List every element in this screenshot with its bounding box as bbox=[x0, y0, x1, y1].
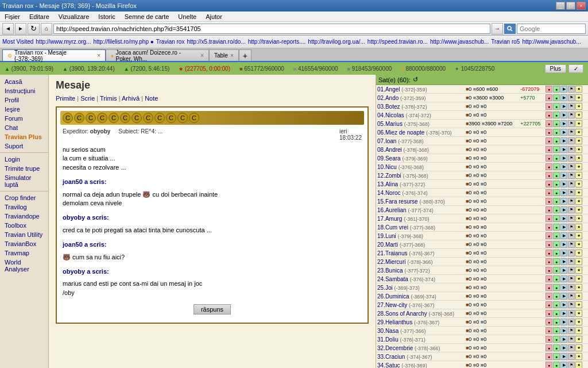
tab-close-0[interactable]: × bbox=[97, 52, 100, 59]
village-action-1[interactable]: ● bbox=[546, 241, 552, 248]
sidebar-suport[interactable]: Suport bbox=[0, 141, 48, 151]
bookmark-myrz[interactable]: http://www.myrz.org... bbox=[36, 39, 91, 45]
village-action-5[interactable]: ★ bbox=[575, 258, 582, 265]
village-action-5[interactable]: ★ bbox=[575, 198, 582, 205]
village-name[interactable]: 30.Nasa (-377|-366) bbox=[376, 327, 465, 335]
bookmark-travilog[interactable]: http://travilog.org.ua/... bbox=[308, 39, 365, 45]
village-action-4[interactable]: ⚑ bbox=[568, 336, 575, 343]
village-name[interactable]: 05.Marius (-375|-368) bbox=[376, 120, 465, 128]
menu-semne[interactable]: Semne de carte bbox=[122, 13, 172, 20]
village-action-5[interactable]: ★ bbox=[575, 189, 582, 196]
village-action-3[interactable]: ▶ bbox=[560, 250, 567, 256]
village-action-5[interactable]: ★ bbox=[575, 250, 582, 256]
village-action-4[interactable]: ⚑ bbox=[568, 198, 575, 205]
village-action-1[interactable]: ● bbox=[546, 172, 552, 179]
menu-unelte[interactable]: Unelte bbox=[176, 13, 199, 20]
sidebar-simulator[interactable]: Simulator luptă bbox=[0, 173, 48, 189]
village-action-5[interactable]: ★ bbox=[575, 146, 582, 153]
village-action-5[interactable]: ★ bbox=[575, 319, 582, 325]
village-action-3[interactable]: ▶ bbox=[560, 353, 567, 360]
maximize-button[interactable]: □ bbox=[566, 2, 575, 10]
village-action-2[interactable]: ● bbox=[553, 275, 560, 282]
village-name[interactable]: 33.Craciun (-374|-367) bbox=[376, 352, 465, 361]
village-action-4[interactable]: ⚑ bbox=[568, 112, 575, 118]
village-name[interactable]: 09.Seara (-379|-369) bbox=[376, 154, 465, 163]
menu-ajutor[interactable]: Ajutor bbox=[203, 13, 225, 20]
village-action-1[interactable]: ● bbox=[546, 181, 552, 187]
village-action-4[interactable]: ⚑ bbox=[568, 172, 575, 179]
sidebar-acasa[interactable]: Acasă bbox=[0, 77, 48, 86]
sidebar-instructiuni[interactable]: Instrucţiuni bbox=[0, 86, 48, 95]
village-action-4[interactable]: ⚑ bbox=[568, 319, 575, 325]
village-action-3[interactable]: ▶ bbox=[560, 301, 567, 308]
village-action-5[interactable]: ★ bbox=[575, 327, 582, 334]
village-action-4[interactable]: ⚑ bbox=[568, 362, 575, 368]
bookmark-reports[interactable]: http://travian-reports.... bbox=[248, 39, 306, 45]
village-name[interactable]: 19.Luni (-379|-368) bbox=[376, 232, 465, 240]
sidebar-toolbox[interactable]: Toolbox bbox=[0, 221, 48, 230]
nav-scrie[interactable]: Scrie bbox=[80, 95, 95, 102]
village-action-5[interactable]: ★ bbox=[575, 362, 582, 368]
village-name[interactable]: 29.Helianthus (-376|-367) bbox=[376, 318, 465, 327]
village-action-1[interactable]: ● bbox=[546, 284, 552, 291]
village-action-3[interactable]: ▶ bbox=[560, 232, 567, 239]
village-action-3[interactable]: ▶ bbox=[560, 86, 567, 93]
village-action-3[interactable]: ▶ bbox=[560, 94, 567, 101]
village-action-1[interactable]: ● bbox=[546, 250, 552, 256]
sidebar-login[interactable]: Login bbox=[0, 155, 48, 164]
village-action-5[interactable]: ★ bbox=[575, 215, 582, 222]
sidebar-trimite-trupe[interactable]: Trimite trupe bbox=[0, 164, 48, 173]
village-action-4[interactable]: ⚑ bbox=[568, 293, 575, 300]
village-action-5[interactable]: ★ bbox=[575, 301, 582, 308]
village-action-5[interactable]: ★ bbox=[575, 310, 582, 317]
go-button[interactable]: → bbox=[492, 23, 503, 34]
village-action-1[interactable]: ● bbox=[546, 155, 552, 162]
village-action-2[interactable]: ● bbox=[553, 224, 560, 231]
village-action-4[interactable]: ⚑ bbox=[568, 146, 575, 153]
village-action-4[interactable]: ⚑ bbox=[568, 344, 575, 351]
sidebar-forum[interactable]: Forum bbox=[0, 114, 48, 123]
village-action-5[interactable]: ★ bbox=[575, 293, 582, 300]
bookmark-jsc1[interactable]: http://www.javaschub... bbox=[430, 39, 489, 45]
menu-istoric[interactable]: Istoric bbox=[96, 13, 117, 20]
village-name[interactable]: 21.Traianus (-376|-367) bbox=[376, 249, 465, 258]
village-action-1[interactable]: ● bbox=[546, 232, 552, 239]
village-action-3[interactable]: ▶ bbox=[560, 120, 567, 127]
village-action-5[interactable]: ★ bbox=[575, 267, 582, 274]
village-action-3[interactable]: ▶ bbox=[560, 336, 567, 343]
village-action-2[interactable]: ● bbox=[553, 198, 560, 205]
village-action-2[interactable]: ● bbox=[553, 129, 560, 136]
village-action-4[interactable]: ⚑ bbox=[568, 181, 575, 187]
village-action-3[interactable]: ▶ bbox=[560, 189, 567, 196]
village-name[interactable]: 15.Fara resurse (-380|-370) bbox=[376, 197, 465, 206]
village-action-4[interactable]: ⚑ bbox=[568, 103, 575, 110]
village-action-1[interactable]: ● bbox=[546, 267, 552, 274]
nav-arhiva[interactable]: Arhivă bbox=[122, 95, 140, 102]
bookmark-x5[interactable]: http://x5.travian.ro/do... bbox=[187, 39, 245, 45]
village-action-4[interactable]: ⚑ bbox=[568, 215, 575, 222]
village-name[interactable]: 14.Noroc (-376|-374) bbox=[376, 189, 465, 197]
village-action-5[interactable]: ★ bbox=[575, 120, 582, 127]
village-action-3[interactable]: ▶ bbox=[560, 129, 567, 136]
village-action-3[interactable]: ▶ bbox=[560, 198, 567, 205]
village-action-3[interactable]: ▶ bbox=[560, 146, 567, 153]
sidebar-chat[interactable]: Chat bbox=[0, 123, 48, 132]
nav-note[interactable]: Note bbox=[145, 95, 158, 102]
village-action-2[interactable]: ● bbox=[553, 189, 560, 196]
village-name[interactable]: 12.Zombi (-375|-368) bbox=[376, 171, 465, 180]
village-action-1[interactable]: ● bbox=[546, 129, 552, 136]
village-action-5[interactable]: ★ bbox=[575, 129, 582, 136]
village-action-2[interactable]: ● bbox=[553, 344, 560, 351]
village-action-3[interactable]: ▶ bbox=[560, 327, 567, 334]
village-action-5[interactable]: ★ bbox=[575, 275, 582, 282]
home-button[interactable]: ⌂ bbox=[41, 23, 52, 34]
village-name[interactable]: 18.Cum vrei (-377|-368) bbox=[376, 223, 465, 232]
village-name[interactable]: 06.Miez de noapte (-378|-370) bbox=[376, 128, 465, 137]
village-action-4[interactable]: ⚑ bbox=[568, 137, 575, 144]
village-action-2[interactable]: ● bbox=[553, 155, 560, 162]
url-input[interactable] bbox=[53, 24, 490, 34]
sidebar-iesire[interactable]: Ieşire bbox=[0, 105, 48, 114]
village-action-1[interactable]: ● bbox=[546, 206, 552, 213]
village-action-2[interactable]: ● bbox=[553, 327, 560, 334]
village-name[interactable]: 10.Nicu (-376|-368) bbox=[376, 163, 465, 171]
